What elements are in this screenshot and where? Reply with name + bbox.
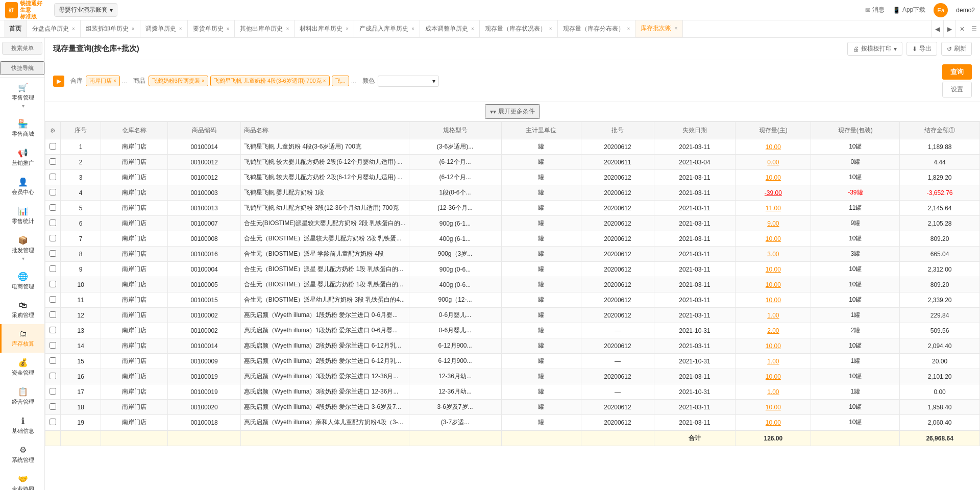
- qty-link[interactable]: 0.00: [767, 159, 779, 166]
- row-checkbox[interactable]: [50, 143, 56, 150]
- color-select[interactable]: ▾: [378, 76, 439, 87]
- template-print-btn[interactable]: 🖨 按模板打印 ▾: [847, 42, 902, 56]
- sidebar-item-retail-mgmt[interactable]: 🛒 零售管理 ▾: [0, 78, 44, 114]
- warehouse-tag[interactable]: 南岸门店 ×: [86, 76, 120, 86]
- qty-link[interactable]: 2.00: [767, 327, 779, 334]
- qty-link[interactable]: -39.00: [765, 189, 782, 197]
- row-checkbox[interactable]: [50, 327, 56, 333]
- sidebar-item-inventory[interactable]: 🗂 库存核算: [0, 324, 44, 353]
- tab-yaohou[interactable]: 要货单历史 ×: [188, 20, 235, 38]
- row-checkbox[interactable]: [45, 292, 61, 308]
- row-checkbox[interactable]: [50, 419, 56, 425]
- tab-zuchai[interactable]: 组装拆卸单历史 ×: [81, 20, 140, 38]
- row-checkbox[interactable]: [45, 277, 61, 292]
- col-settings[interactable]: ⚙: [45, 122, 61, 139]
- row-checkbox[interactable]: [45, 185, 61, 201]
- row-checkbox[interactable]: [45, 216, 61, 231]
- tab-cailiao[interactable]: 材料出库单历史 ×: [295, 20, 354, 38]
- row-checkbox[interactable]: [50, 311, 56, 318]
- tab-piC[interactable]: 库存批次账 ×: [635, 20, 683, 38]
- tab-fenban[interactable]: 分盘点单历史 ×: [27, 20, 81, 38]
- tab-prev-btn[interactable]: ◀: [931, 20, 943, 38]
- row-checkbox[interactable]: [45, 139, 61, 155]
- more-goods-btn[interactable]: ...: [351, 78, 356, 85]
- row-checkbox[interactable]: [45, 308, 61, 323]
- qty-link[interactable]: 10.00: [766, 404, 781, 411]
- close-icon[interactable]: ×: [627, 26, 630, 32]
- qty-link[interactable]: 10.00: [766, 342, 781, 350]
- sidebar-item-finance[interactable]: 💰 资金管理: [0, 353, 44, 382]
- tab-home[interactable]: 首页: [4, 20, 27, 38]
- qty-link[interactable]: 3.00: [767, 251, 779, 258]
- tab-close-btn[interactable]: ✕: [955, 20, 968, 38]
- qty-link[interactable]: 10.00: [766, 235, 781, 242]
- row-checkbox[interactable]: [50, 296, 56, 303]
- query-btn[interactable]: 查询: [942, 64, 972, 80]
- row-checkbox[interactable]: [45, 400, 61, 415]
- row-checkbox[interactable]: [50, 204, 56, 211]
- tab-xianzai2[interactable]: 现存量（库存分布表） ×: [558, 20, 636, 38]
- sidebar-item-biz[interactable]: 📋 经营管理: [0, 382, 44, 411]
- remove-tag-icon[interactable]: ×: [113, 78, 116, 84]
- row-checkbox[interactable]: [50, 235, 56, 241]
- row-checkbox[interactable]: [45, 369, 61, 384]
- sidebar-item-wholesale[interactable]: 📦 批发管理 ▾: [0, 230, 44, 266]
- refresh-btn[interactable]: ↺ 刷新: [941, 42, 972, 56]
- tab-qita[interactable]: 其他出库单历史 ×: [235, 20, 295, 38]
- sidebar-item-member[interactable]: 👤 会员中心: [0, 172, 44, 201]
- row-checkbox[interactable]: [45, 231, 61, 247]
- avatar[interactable]: Ea: [934, 3, 948, 17]
- row-checkbox[interactable]: [50, 265, 56, 272]
- app-download-btn[interactable]: 📱 App下载: [893, 6, 925, 14]
- close-icon[interactable]: ×: [132, 26, 135, 32]
- close-icon[interactable]: ×: [72, 26, 75, 32]
- settings-btn[interactable]: 设置: [942, 82, 972, 97]
- quick-nav-btn[interactable]: 快捷导航: [0, 61, 44, 75]
- row-checkbox[interactable]: [45, 415, 61, 431]
- sidebar-item-coop[interactable]: 🤝 企业协同: [0, 469, 44, 490]
- goods-tag-2[interactable]: 飞鹤星飞帆 儿童奶粉 4段(3-6岁适用) 700克 ×: [210, 76, 330, 86]
- row-checkbox[interactable]: [50, 403, 56, 410]
- row-checkbox[interactable]: [50, 250, 56, 257]
- row-checkbox[interactable]: [45, 247, 61, 262]
- qty-link[interactable]: 10.00: [766, 281, 781, 288]
- close-icon[interactable]: ×: [674, 26, 677, 31]
- sidebar-item-retail-store[interactable]: 🏪 零售商城: [0, 114, 44, 143]
- row-checkbox[interactable]: [50, 174, 56, 180]
- qty-link[interactable]: 10.00: [766, 266, 781, 273]
- tab-chengpin[interactable]: 产成品入库单历史 ×: [354, 20, 420, 38]
- row-checkbox[interactable]: [45, 262, 61, 277]
- remove-tag-icon[interactable]: ×: [202, 78, 205, 84]
- row-checkbox[interactable]: [45, 155, 61, 170]
- row-checkbox[interactable]: [50, 357, 56, 364]
- row-checkbox[interactable]: [50, 189, 56, 195]
- close-icon[interactable]: ×: [286, 26, 289, 32]
- row-checkbox[interactable]: [45, 338, 61, 354]
- close-icon[interactable]: ×: [549, 26, 552, 32]
- close-icon[interactable]: ×: [179, 26, 182, 32]
- qty-link[interactable]: 9.00: [767, 220, 779, 227]
- row-checkbox[interactable]: [45, 170, 61, 185]
- row-checkbox[interactable]: [50, 158, 56, 165]
- filter-expand-btn[interactable]: ▶: [53, 76, 64, 87]
- tab-menu-btn[interactable]: ☰: [968, 20, 980, 38]
- remove-tag-icon[interactable]: ×: [323, 78, 326, 84]
- qty-link[interactable]: 10.00: [766, 419, 781, 426]
- row-checkbox[interactable]: [50, 373, 56, 379]
- warehouse-selector[interactable]: 母婴行业演示账套 ▾: [54, 3, 117, 17]
- qty-link[interactable]: 11.00: [766, 205, 781, 212]
- export-btn[interactable]: ⬇ 导出: [906, 42, 937, 56]
- goods-tag-3[interactable]: 飞...: [332, 76, 349, 86]
- tab-next-btn[interactable]: ▶: [943, 20, 955, 38]
- sidebar-item-basic[interactable]: ℹ 基础信息: [0, 411, 44, 440]
- search-menu-btn[interactable]: 搜索菜单: [2, 42, 42, 55]
- row-checkbox[interactable]: [50, 388, 56, 395]
- more-btn[interactable]: ...: [122, 78, 127, 85]
- tab-tiaopo[interactable]: 调拨单历史 ×: [140, 20, 188, 38]
- message-btn[interactable]: ✉ 消息: [865, 6, 885, 14]
- qty-link[interactable]: 10.00: [766, 143, 781, 151]
- row-checkbox[interactable]: [50, 342, 56, 349]
- expand-more-btn[interactable]: ▾▾ 展开更多条件: [485, 104, 540, 119]
- qty-link[interactable]: 1.00: [767, 312, 779, 319]
- qty-link[interactable]: 1.00: [767, 358, 779, 365]
